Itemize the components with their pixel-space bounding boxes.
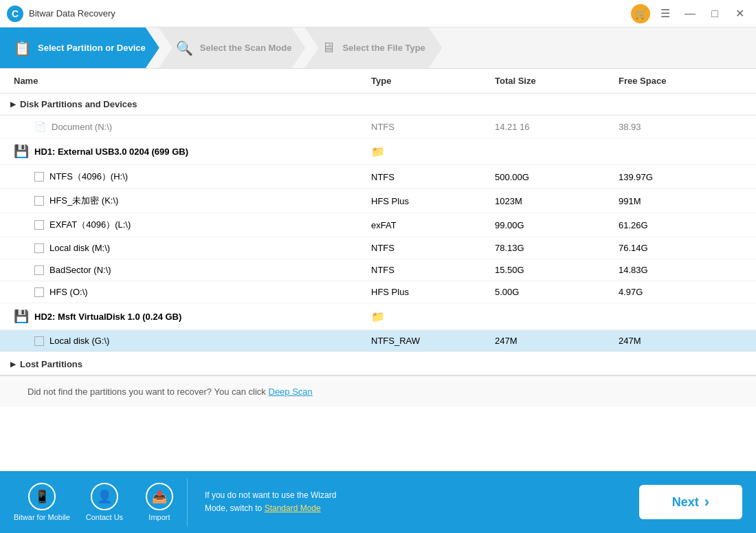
row-type-hd2: 📁 xyxy=(371,310,495,323)
next-arrow: › xyxy=(704,493,709,511)
row-free-exfat-l: 61.26G xyxy=(619,220,742,230)
row-total-hfs-o: 5.00G xyxy=(495,287,619,297)
menu-button[interactable]: ☰ xyxy=(656,4,675,23)
standard-mode-link[interactable]: Standard Mode xyxy=(265,503,321,513)
footer-mobile-button[interactable]: 📱 Bitwar for Mobile xyxy=(14,483,70,521)
table-row[interactable]: HFS_未加密 (K:\) HFS Plus 1023M 991M xyxy=(0,189,756,213)
maximize-button[interactable]: □ xyxy=(705,4,724,23)
checkbox-hfs-o[interactable] xyxy=(34,287,44,297)
titlebar: C Bitwar Data Recovery 🛒 ☰ — □ ✕ xyxy=(0,0,756,28)
checkbox-exfat-l[interactable] xyxy=(34,220,44,230)
table-row[interactable]: HFS (O:\) HFS Plus 5.00G 4.97G xyxy=(0,281,756,303)
row-total-exfat-l: 99.00G xyxy=(495,220,619,230)
section-label-lost: Lost Partitions xyxy=(20,359,82,369)
row-name-hd1: 💾 HD1: External USB3.0 0204 (699 GB) xyxy=(14,144,371,159)
row-type-badsector-n: NTFS xyxy=(371,265,495,275)
scan-step-label: Select the Scan Mode xyxy=(200,43,292,53)
logo-letter: C xyxy=(12,8,19,19)
maximize-icon: □ xyxy=(711,8,718,20)
filetype-step-label: Select the File Type xyxy=(342,43,425,53)
partition-step-icon: 📋 xyxy=(14,40,31,56)
checkbox-badsector-n[interactable] xyxy=(34,265,44,275)
table-header: Name Type Total Size Free Space xyxy=(0,69,756,94)
checkbox-hfs-k[interactable] xyxy=(34,196,44,206)
footer-divider xyxy=(187,478,188,526)
window-controls: 🛒 ☰ — □ ✕ xyxy=(631,4,749,23)
mobile-label: Bitwar for Mobile xyxy=(14,513,70,521)
table-body: ▶ Disk Partitions and Devices 📄 Document… xyxy=(0,94,756,465)
row-label-badsector-n: BadSector (N:\) xyxy=(49,265,111,275)
footer-msg-line2: Mode, switch to xyxy=(205,503,262,513)
footer-actions: 📱 Bitwar for Mobile 👤 Contact Us 📤 Impor… xyxy=(14,483,180,521)
col-name: Name xyxy=(14,76,371,86)
row-label-hd1: HD1: External USB3.0 0204 (699 GB) xyxy=(34,146,188,157)
row-name-hfs-k: HFS_未加密 (K:\) xyxy=(34,195,371,207)
import-icon: 📤 xyxy=(146,483,173,510)
cart-button[interactable]: 🛒 xyxy=(631,4,650,23)
row-name-local-m: Local disk (M:\) xyxy=(34,243,371,253)
section-label-disk: Disk Partitions and Devices xyxy=(20,99,137,109)
row-label-hd2: HD2: Msft VirtualDisk 1.0 (0.24 GB) xyxy=(34,312,181,322)
lost-notice-text: Did not find the partitions you want to … xyxy=(27,387,266,397)
col-total: Total Size xyxy=(495,76,619,86)
lost-partitions-notice: Did not find the partitions you want to … xyxy=(0,376,756,407)
footer-message: If you do not want to use the Wizard Mod… xyxy=(194,489,639,515)
contact-icon: 👤 xyxy=(91,483,118,510)
row-total-local-m: 78.13G xyxy=(495,243,619,253)
row-name-hfs-o: HFS (O:\) xyxy=(34,287,371,297)
row-name-doc: 📄 Document (N:\) xyxy=(34,121,371,132)
footer-import-button[interactable]: 📤 Import xyxy=(139,483,180,521)
row-label-exfat-l: EXFAT（4096）(L:\) xyxy=(49,219,131,231)
wizard-bar: 📋 Select Partition or Device 🔍 Select th… xyxy=(0,28,756,69)
row-name-hd2: 💾 HD2: Msft VirtualDisk 1.0 (0.24 GB) xyxy=(14,309,371,324)
row-free-hfs-k: 991M xyxy=(619,196,742,206)
checkbox-local-m[interactable] xyxy=(34,243,44,253)
row-total-hfs-k: 1023M xyxy=(495,196,619,206)
close-button[interactable]: ✕ xyxy=(730,4,749,23)
row-type-hd1: 📁 xyxy=(371,145,495,158)
table-row[interactable]: Local disk (G:\) NTFS_RAW 247M 247M xyxy=(0,330,756,352)
filetype-step-icon: 🖥 xyxy=(322,40,335,56)
table-row[interactable]: EXFAT（4096）(L:\) exFAT 99.00G 61.26G xyxy=(0,213,756,237)
section-arrow-disk: ▶ xyxy=(10,100,16,108)
table-row[interactable]: 📄 Document (N:\) NTFS 14.21 16 38.93 xyxy=(0,116,756,138)
row-label-ntfs-h: NTFS（4096）(H:\) xyxy=(49,171,128,183)
scan-step-icon: 🔍 xyxy=(176,40,193,56)
next-label: Next xyxy=(672,495,699,510)
row-name-ntfs-h: NTFS（4096）(H:\) xyxy=(34,171,371,183)
row-type-doc: NTFS xyxy=(371,122,495,132)
mobile-icon: 📱 xyxy=(28,483,56,510)
table-row[interactable]: Local disk (M:\) NTFS 78.13G 76.14G xyxy=(0,237,756,259)
row-label-hfs-o: HFS (O:\) xyxy=(49,287,88,297)
row-free-ntfs-h: 139.97G xyxy=(619,172,742,182)
section-lost-partitions[interactable]: ▶ Lost Partitions xyxy=(0,353,756,376)
main-content: Name Type Total Size Free Space ▶ Disk P… xyxy=(0,69,756,471)
footer-msg-line1: If you do not want to use the Wizard xyxy=(205,490,336,500)
wizard-step-partition[interactable]: 📋 Select Partition or Device xyxy=(0,28,159,68)
checkbox-ntfs-h[interactable] xyxy=(34,172,44,182)
next-button[interactable]: Next › xyxy=(639,485,742,519)
table-row[interactable]: BadSector (N:\) NTFS 15.50G 14.83G xyxy=(0,259,756,281)
minimize-button[interactable]: — xyxy=(680,4,700,23)
table-row[interactable]: 💾 HD1: External USB3.0 0204 (699 GB) 📁 xyxy=(0,138,756,165)
row-label-local-m: Local disk (M:\) xyxy=(49,243,110,253)
row-total-ntfs-h: 500.00G xyxy=(495,172,619,182)
table-row[interactable]: 💾 HD2: Msft VirtualDisk 1.0 (0.24 GB) 📁 xyxy=(0,303,756,330)
wizard-step-filetype[interactable]: 🖥 Select the File Type xyxy=(304,28,442,68)
table-row[interactable]: NTFS（4096）(H:\) NTFS 500.00G 139.97G xyxy=(0,165,756,189)
minimize-icon: — xyxy=(685,8,696,20)
footer-contact-button[interactable]: 👤 Contact Us xyxy=(84,483,125,521)
contact-label: Contact Us xyxy=(86,513,123,521)
app-logo: C xyxy=(7,6,23,22)
deep-scan-link[interactable]: Deep Scan xyxy=(269,387,313,397)
checkbox-local-g[interactable] xyxy=(34,336,44,346)
row-label-local-g: Local disk (G:\) xyxy=(49,336,109,346)
col-free: Free Space xyxy=(619,76,742,86)
footer: 📱 Bitwar for Mobile 👤 Contact Us 📤 Impor… xyxy=(0,471,756,533)
row-type-local-m: NTFS xyxy=(371,243,495,253)
row-name-local-g: Local disk (G:\) xyxy=(34,336,371,346)
wizard-step-scan[interactable]: 🔍 Select the Scan Mode xyxy=(159,28,306,68)
row-free-local-g: 247M xyxy=(619,336,742,346)
row-type-ntfs-h: NTFS xyxy=(371,172,495,182)
section-disk-partitions[interactable]: ▶ Disk Partitions and Devices xyxy=(0,94,756,116)
